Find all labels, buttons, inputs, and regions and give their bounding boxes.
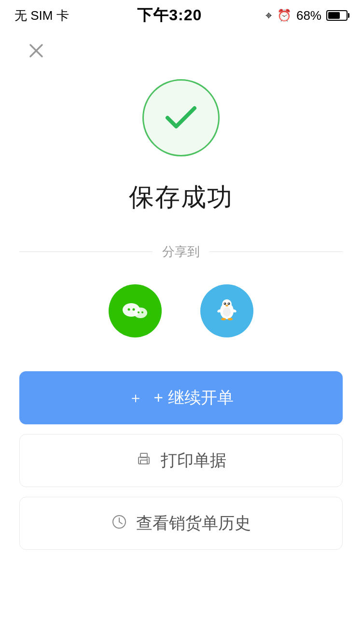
status-left: 无 SIM 卡: [14, 7, 74, 24]
continue-label: + 继续开单: [153, 387, 233, 409]
success-title: 保存成功: [129, 181, 233, 214]
battery-percent: 68%: [296, 8, 321, 23]
share-section: 分享到: [0, 243, 362, 347]
clock-icon: [111, 514, 127, 533]
qq-share-button[interactable]: [200, 284, 253, 337]
share-icons: [19, 284, 343, 337]
svg-point-13: [228, 303, 229, 304]
share-label: 分享到: [162, 243, 200, 260]
printer-icon: [136, 451, 152, 471]
print-label: 打印单据: [161, 449, 226, 472]
location-icon: ⌖: [265, 9, 272, 22]
svg-point-14: [225, 305, 228, 307]
svg-point-6: [138, 311, 139, 313]
checkmark-icon: [162, 98, 200, 138]
action-buttons: ＋ + 继续开单 打印单据: [0, 371, 362, 550]
status-time: 下午3:20: [137, 5, 202, 26]
continue-order-button[interactable]: ＋ + 继续开单: [19, 371, 343, 424]
svg-line-26: [119, 522, 122, 524]
alarm-icon: ⏰: [277, 9, 292, 22]
svg-point-16: [221, 318, 226, 321]
battery-icon: [326, 10, 348, 21]
svg-point-17: [228, 318, 233, 321]
no-sim-text: 无 SIM 卡: [14, 7, 69, 24]
status-bar: 无 SIM 卡 下午3:20 ⌖ ⏰ 68%: [0, 0, 362, 31]
close-button[interactable]: [24, 39, 48, 63]
status-right: ⌖ ⏰ 68%: [265, 8, 348, 23]
svg-point-7: [141, 311, 143, 313]
history-label: 查看销货单历史: [136, 512, 251, 534]
svg-point-5: [133, 308, 135, 311]
svg-point-3: [134, 308, 147, 318]
wechat-icon: [120, 295, 151, 326]
success-icon-circle: [142, 79, 220, 156]
share-divider: 分享到: [19, 243, 343, 260]
wechat-share-button[interactable]: [109, 284, 162, 337]
main-content: 保存成功 分享到: [0, 31, 362, 550]
history-button[interactable]: 查看销货单历史: [19, 497, 343, 550]
plus-icon: ＋: [128, 388, 143, 408]
qq-icon: [211, 295, 242, 326]
svg-point-4: [128, 308, 130, 311]
svg-point-23: [147, 458, 148, 460]
print-button[interactable]: 打印单据: [19, 434, 343, 487]
svg-point-12: [224, 303, 225, 304]
svg-rect-22: [140, 460, 147, 464]
svg-point-15: [223, 307, 231, 317]
